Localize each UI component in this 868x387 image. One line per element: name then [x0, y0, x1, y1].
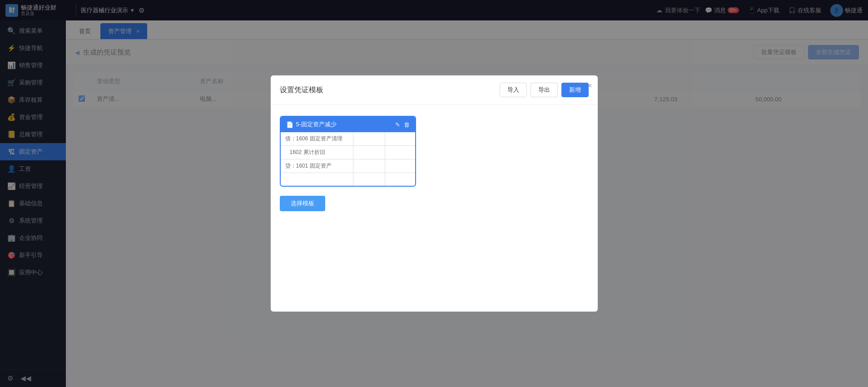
template-cell-credit-3 [385, 159, 416, 173]
template-cell-debit-4 [353, 173, 385, 186]
modal-header: 设置凭证模板 导入 导出 新增 [271, 75, 598, 105]
modal-title: 设置凭证模板 [280, 85, 323, 95]
modal-overlay: 设置凭证模板 导入 导出 新增 × [66, 40, 868, 387]
modal: 设置凭证模板 导入 导出 新增 × [271, 75, 598, 312]
template-cell-credit-2 [385, 146, 416, 159]
template-cell-subject-2: 1602 累计折旧 [281, 146, 353, 159]
template-title: 5-固定资产减少 [296, 120, 337, 129]
template-cell-credit-4 [385, 173, 416, 186]
page-content: ◀ 生成的凭证预览 批量凭证模板 全部生成凭证 [66, 40, 868, 387]
modal-body: 📄 5-固定资产减少 ✎ 🗑 [271, 105, 598, 312]
template-card-body: 借：1606 固定资产清理 1602 累计折旧 [281, 132, 415, 186]
template-row: 借：1606 固定资产清理 [281, 132, 415, 146]
export-btn[interactable]: 导出 [531, 83, 558, 97]
content-area: 首页 资产管理 × ◀ 生成的凭证预览 [66, 20, 868, 387]
template-card-header: 📄 5-固定资产减少 ✎ 🗑 [281, 117, 415, 132]
template-row: 1602 累计折旧 [281, 146, 415, 159]
template-card: 📄 5-固定资产减少 ✎ 🗑 [280, 116, 416, 187]
template-cell-debit-2 [353, 146, 385, 159]
template-cell-credit-1 [385, 132, 416, 145]
template-cell-subject-3: 贷：1601 固定资产 [281, 159, 353, 173]
select-template-btn[interactable]: 选择模板 [280, 196, 325, 211]
template-cell-subject-1: 借：1606 固定资产清理 [281, 132, 353, 145]
template-edit-icon[interactable]: ✎ [395, 121, 400, 128]
template-cell-debit-1 [353, 132, 385, 145]
import-btn[interactable]: 导入 [500, 83, 527, 97]
modal-close-btn[interactable]: × [582, 79, 597, 93]
template-row: 贷：1601 固定资产 [281, 159, 415, 173]
template-cell-debit-3 [353, 159, 385, 173]
template-cell-subject-4 [281, 173, 353, 186]
template-row [281, 173, 415, 186]
template-file-icon: 📄 [286, 121, 293, 128]
template-delete-icon[interactable]: 🗑 [404, 121, 410, 128]
modal-actions: 导入 导出 新增 [500, 83, 589, 97]
